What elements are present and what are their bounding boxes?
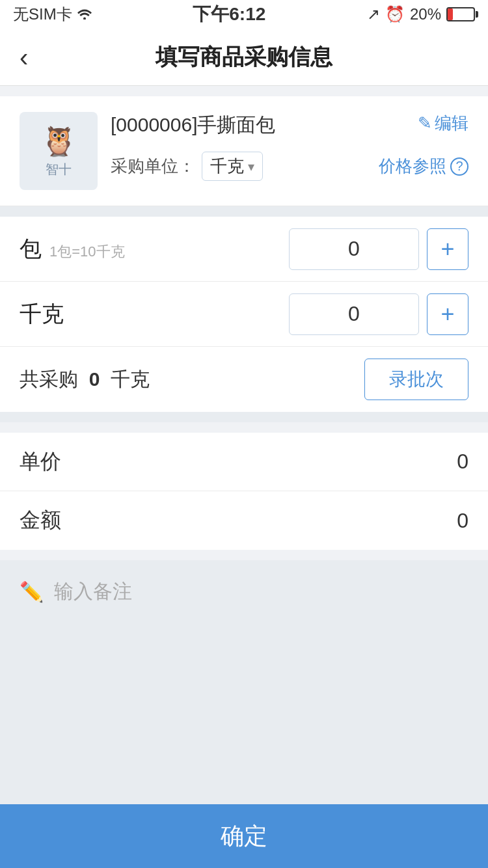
- product-logo-icon: 🦉: [41, 124, 77, 158]
- price-row-amount: 金额 0: [0, 491, 488, 550]
- unit-price-value: 0: [457, 450, 468, 474]
- quantity-input-kg[interactable]: [289, 293, 419, 335]
- unit-price-label: 单价: [20, 448, 61, 476]
- section-divider-1: [0, 206, 488, 217]
- back-button[interactable]: ‹: [20, 44, 28, 70]
- quantity-sublabel-bao: 1包=10千克: [49, 242, 125, 262]
- quantity-input-wrap-bao: +: [125, 228, 468, 270]
- quantity-row-kg: 千克 +: [0, 282, 488, 347]
- price-section: 单价 0 金额 0: [0, 433, 488, 550]
- battery-pct: 20%: [410, 5, 441, 23]
- status-time: 下午6:12: [193, 2, 265, 27]
- pencil-icon: ✏️: [20, 580, 44, 603]
- total-unit: 千克: [111, 368, 150, 390]
- product-card: 🦉 智十 [0000006]手撕面包 ✎ 编辑 采购单位： 千克 ▾ 价格参照 …: [0, 96, 488, 206]
- quantity-row-bao: 包 1包=10千克 +: [0, 217, 488, 282]
- product-image: 🦉 智十: [20, 112, 98, 190]
- price-ref-label: 价格参照: [379, 155, 446, 178]
- quantity-plus-bao[interactable]: +: [427, 228, 468, 270]
- price-row-unit: 单价 0: [0, 433, 488, 491]
- nav-bar: ‹ 填写商品采购信息: [0, 29, 488, 86]
- quantity-label-wrap-bao: 包 1包=10千克: [20, 234, 125, 264]
- unit-selector-wrap: 采购单位： 千克 ▾: [111, 152, 263, 181]
- quantity-label-wrap-kg: 千克: [20, 299, 124, 329]
- edit-icon: ✎: [418, 113, 432, 133]
- unit-select[interactable]: 千克 ▾: [202, 152, 263, 181]
- amount-label: 金额: [20, 506, 61, 535]
- product-top-row: [0000006]手撕面包 ✎ 编辑: [111, 112, 468, 139]
- product-info: [0000006]手撕面包 ✎ 编辑 采购单位： 千克 ▾ 价格参照 ?: [111, 112, 468, 181]
- quantity-input-wrap-kg: +: [124, 293, 468, 335]
- svg-point-0: [83, 18, 86, 20]
- status-left: 无SIM卡: [13, 4, 92, 25]
- record-batch-button[interactable]: 录批次: [364, 359, 468, 400]
- total-row: 共采购 0 千克 录批次: [0, 347, 488, 412]
- quantity-input-bao[interactable]: [289, 228, 419, 270]
- carrier-text: 无SIM卡: [13, 4, 72, 25]
- quantity-section: 包 1包=10千克 + 千克 +: [0, 217, 488, 347]
- status-bar: 无SIM卡 下午6:12 ↗ ⏰ 20%: [0, 0, 488, 29]
- price-ref-help-icon: ?: [450, 157, 468, 176]
- content-body: [0, 623, 488, 832]
- location-icon: ↗: [367, 5, 380, 23]
- edit-label: 编辑: [435, 112, 468, 135]
- product-name: [0000006]手撕面包: [111, 112, 418, 139]
- wifi-icon: [77, 5, 92, 23]
- price-ref-button[interactable]: 价格参照 ?: [379, 155, 468, 178]
- unit-value: 千克: [210, 155, 244, 178]
- notes-input[interactable]: 输入备注: [54, 578, 132, 605]
- total-value: 0: [89, 368, 100, 390]
- edit-button[interactable]: ✎ 编辑: [418, 112, 468, 135]
- total-prefix: 共采购: [20, 368, 78, 390]
- product-brand-text: 智十: [46, 161, 72, 178]
- confirm-button[interactable]: 确定: [0, 804, 488, 868]
- unit-label: 采购单位：: [111, 155, 195, 178]
- quantity-plus-kg[interactable]: +: [427, 293, 468, 335]
- quantity-label-bao: 包: [20, 234, 42, 264]
- total-text: 共采购 0 千克: [20, 366, 150, 393]
- product-unit-row: 采购单位： 千克 ▾ 价格参照 ?: [111, 152, 468, 181]
- quantity-label-kg: 千克: [20, 299, 64, 329]
- section-divider-2: [0, 412, 488, 422]
- chevron-down-icon: ▾: [248, 159, 254, 174]
- page-title: 填写商品采购信息: [156, 42, 332, 72]
- alarm-icon: ⏰: [385, 5, 405, 23]
- status-right: ↗ ⏰ 20%: [367, 5, 475, 23]
- amount-value: 0: [457, 509, 468, 533]
- battery-icon: [446, 7, 475, 21]
- notes-section[interactable]: ✏️ 输入备注: [0, 560, 488, 623]
